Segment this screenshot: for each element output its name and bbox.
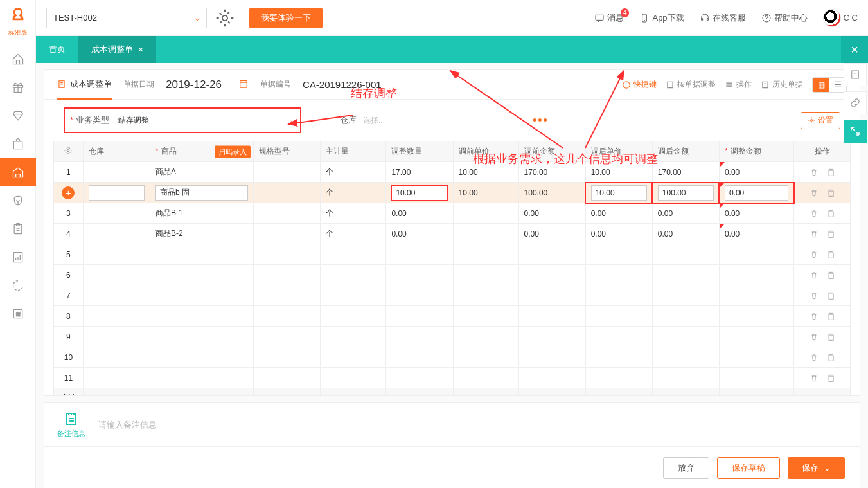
messages-link[interactable]: 消息4 [594,12,624,24]
org-select[interactable]: TEST-H002 ⌵ [46,8,207,28]
grid-view-icon[interactable]: ▦ [813,78,829,92]
note-tool[interactable] [844,63,867,86]
view-toggle[interactable]: ▦☰ [812,77,847,93]
rail-new-icon[interactable]: 新 [0,300,36,328]
settings-link[interactable]: 设置 [801,112,840,129]
bydoc-action[interactable]: 按单据调整 [666,79,716,90]
adj-input[interactable]: 0.00 [725,185,789,201]
aup-input[interactable]: 10.00 [591,185,647,201]
rail-report-icon[interactable] [0,243,36,271]
delete-icon[interactable] [810,209,819,218]
th-gear[interactable] [54,141,84,162]
table-row[interactable]: 3商品B-1个0.000.000.000.000.00 [54,203,851,224]
chevron-down-icon: ⌵ [290,116,295,125]
svg-rect-25 [829,253,833,258]
rail-loading-icon[interactable] [0,271,36,300]
table-row[interactable]: 8 [54,306,851,327]
right-rail [844,63,868,143]
remarks-input[interactable]: 请输入备注信息 [98,419,847,431]
prod-input[interactable]: 商品b 固 [155,185,248,201]
rail-warehouse-icon[interactable] [0,158,36,186]
svg-rect-16 [668,82,673,87]
date-value[interactable]: 2019-12-26 [166,78,222,91]
table-row[interactable]: 10 [54,347,851,368]
svg-point-15 [623,81,630,88]
table-row[interactable]: +商品b 固个10.0010.00100.0010.00100.000.00 [54,183,851,203]
rail-diamond-icon[interactable] [0,102,36,130]
doc-tab[interactable]: 成本调整单 [57,70,112,100]
rail-money-icon[interactable] [0,186,36,215]
ops-action[interactable]: 操作 [725,79,752,90]
copy-icon[interactable] [826,168,835,177]
tab-home[interactable]: 首页 [36,36,78,63]
copy-icon[interactable] [826,209,835,218]
svg-rect-21 [829,170,833,176]
rail-home-icon[interactable] [0,45,36,73]
table-row[interactable]: 5 [54,244,851,265]
delete-icon[interactable] [810,332,819,341]
svg-rect-27 [829,294,833,299]
table-row[interactable]: 1商品A个17.0010.00170.0010.00170.000.00 [54,162,851,183]
delete-icon[interactable] [810,250,819,259]
add-row-icon[interactable]: + [62,186,75,199]
link-tool[interactable] [844,91,867,114]
business-type-field[interactable]: * 业务类型 结存调整 ⌵ [64,107,301,133]
app-download-link[interactable]: App下载 [639,12,684,24]
copy-icon[interactable] [826,250,835,259]
delete-icon[interactable] [810,230,819,239]
delete-icon[interactable] [810,353,819,362]
delete-icon[interactable] [810,271,819,280]
save-draft-button[interactable]: 保存草稿 [717,457,780,479]
delete-icon[interactable] [810,312,819,321]
rail-clipboard-icon[interactable] [0,215,36,243]
try-button[interactable]: 我要体验一下 [249,8,323,28]
rail-gift-icon[interactable] [0,73,36,102]
svg-rect-9 [596,15,603,20]
delete-icon[interactable] [810,188,819,197]
warehouse-field[interactable]: 仓库 选择... ••• [340,114,549,127]
scan-button[interactable]: 扫码录入 [215,145,251,158]
service-link[interactable]: 在线客服 [700,12,746,24]
copy-icon[interactable] [826,188,835,197]
help-link[interactable]: 帮助中心 [761,12,808,24]
table-row[interactable]: 6 [54,265,851,285]
discard-button[interactable]: 放弃 [663,457,709,479]
tabs-close-all[interactable]: × [841,36,868,63]
table-row[interactable]: 11 [54,368,851,388]
copy-icon[interactable] [826,374,835,383]
save-button[interactable]: 保存⌄ [788,457,845,479]
settings-button[interactable] [215,8,235,28]
aamt-input[interactable]: 100.00 [658,185,714,201]
wh-input[interactable] [89,185,145,201]
table-row[interactable]: 9 [54,327,851,347]
svg-text:新: 新 [15,312,20,316]
copy-icon[interactable] [826,312,835,321]
calendar-icon[interactable] [238,78,249,91]
business-type-value: 结存调整 [118,115,149,126]
delete-icon[interactable] [810,374,819,383]
hotkey-action[interactable]: 快捷键 [622,79,657,90]
more-icon[interactable]: ••• [533,114,549,127]
copy-icon[interactable] [826,353,835,362]
th-after-unitprice: 调后单价 [585,141,652,162]
tab-cost-adjust[interactable]: 成本调整单× [78,36,156,63]
rail-bag-icon[interactable] [0,130,36,158]
qty-input[interactable]: 10.00 [391,185,447,201]
copy-icon[interactable] [826,291,835,300]
copy-icon[interactable] [826,271,835,280]
subtotal-row: 小计 27.00 270.00 270.00 0.00 [54,388,851,396]
svg-point-8 [222,15,227,21]
expand-tool[interactable] [844,120,867,143]
delete-icon[interactable] [810,168,819,177]
svg-rect-14 [240,80,247,87]
delete-icon[interactable] [810,291,819,300]
table-row[interactable]: 7 [54,285,851,306]
history-action[interactable]: 历史单据 [761,79,803,90]
org-name: TEST-H002 [53,13,97,23]
user-menu[interactable]: C C [823,9,858,27]
copy-icon[interactable] [826,230,835,239]
svg-point-11 [644,20,645,21]
close-icon[interactable]: × [138,44,143,55]
copy-icon[interactable] [826,332,835,341]
table-row[interactable]: 4商品B-2个0.000.000.000.000.00 [54,224,851,244]
